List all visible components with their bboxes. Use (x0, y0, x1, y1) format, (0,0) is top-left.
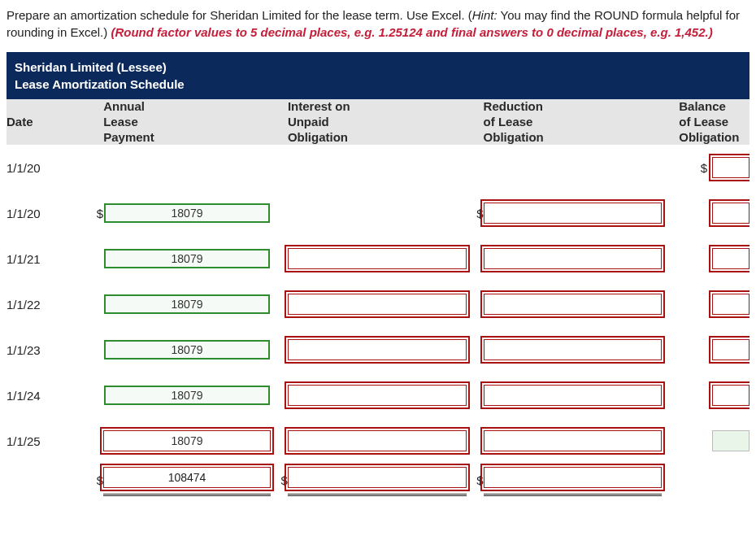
dollar-sign: $ (476, 207, 483, 220)
reduction-input[interactable] (484, 385, 663, 406)
interest-input[interactable] (288, 385, 467, 406)
balance-input[interactable] (712, 294, 749, 315)
title-subtitle: Lease Amortization Schedule (15, 76, 741, 93)
date-cell: 1/1/20 (7, 190, 86, 236)
header-interest: Interest on Unpaid Obligation (288, 99, 467, 145)
table-row: 1/1/2518079 (7, 418, 749, 464)
balance-input[interactable] (712, 385, 749, 406)
hint-label: Hint: (472, 8, 497, 22)
balance-input[interactable] (712, 339, 749, 360)
table-row: 1/1/2318079 (7, 327, 749, 373)
balance-input[interactable] (712, 248, 749, 269)
table-row: 1/1/2418079 (7, 373, 749, 418)
reduction-input[interactable] (484, 294, 663, 315)
date-cell: 1/1/22 (7, 281, 86, 327)
date-cell: 1/1/23 (7, 327, 86, 373)
table-row: 1/1/2218079 (7, 281, 749, 327)
round-note: (Round factor values to 5 decimal places… (111, 25, 712, 39)
table-row: 1/1/2118079 (7, 236, 749, 281)
date-cell: 1/1/24 (7, 373, 86, 418)
amortization-table: Date Annual Lease Payment Interest on Un… (7, 99, 749, 496)
instr-pre: Prepare an amortization schedule for She… (7, 8, 472, 22)
dollar-sign: $ (97, 207, 103, 220)
date-cell: 1/1/20 (7, 145, 86, 190)
schedule-title-bar: Sheridan Limited (Lessee) Lease Amortiza… (7, 52, 749, 99)
title-company: Sheridan Limited (Lessee) (15, 59, 741, 76)
totals-row: $ 108474 $ $ (7, 464, 749, 496)
balance-input[interactable] (712, 157, 749, 178)
dollar-sign: $ (476, 473, 483, 487)
payment-input[interactable]: 18079 (103, 339, 271, 360)
instruction-text: Prepare an amortization schedule for She… (7, 7, 749, 41)
reduction-input[interactable] (484, 430, 663, 451)
interest-input[interactable] (288, 294, 467, 315)
dollar-sign: $ (701, 161, 707, 175)
table-row: 1/1/20$ (7, 145, 749, 190)
interest-input[interactable] (288, 339, 467, 360)
reduction-input[interactable] (484, 248, 663, 269)
total-interest-input[interactable] (288, 467, 467, 488)
total-reduction-input[interactable] (484, 467, 663, 488)
header-date: Date (7, 99, 86, 145)
total-payment-input[interactable]: 108474 (103, 467, 271, 488)
header-reduction: Reduction of Lease Obligation (484, 99, 663, 145)
payment-input[interactable]: 18079 (103, 294, 271, 315)
header-balance: Balance of Lease Obligation (679, 99, 749, 145)
balance-input[interactable] (712, 203, 749, 224)
payment-input[interactable]: 18079 (103, 203, 271, 224)
reduction-input[interactable] (484, 339, 663, 360)
dollar-sign: $ (281, 473, 288, 487)
date-cell: 1/1/21 (7, 236, 86, 281)
table-row: 1/1/20$18079$ (7, 190, 749, 236)
payment-input[interactable]: 18079 (103, 430, 271, 451)
interest-input[interactable] (288, 248, 467, 269)
balance-input[interactable] (712, 430, 749, 451)
dollar-sign: $ (97, 473, 103, 487)
payment-input[interactable]: 18079 (103, 248, 271, 269)
payment-input[interactable]: 18079 (103, 385, 271, 406)
table-header-row: Date Annual Lease Payment Interest on Un… (7, 99, 749, 145)
header-payment: Annual Lease Payment (103, 99, 271, 145)
reduction-input[interactable] (484, 203, 663, 224)
date-cell: 1/1/25 (7, 418, 86, 464)
interest-input[interactable] (288, 430, 467, 451)
